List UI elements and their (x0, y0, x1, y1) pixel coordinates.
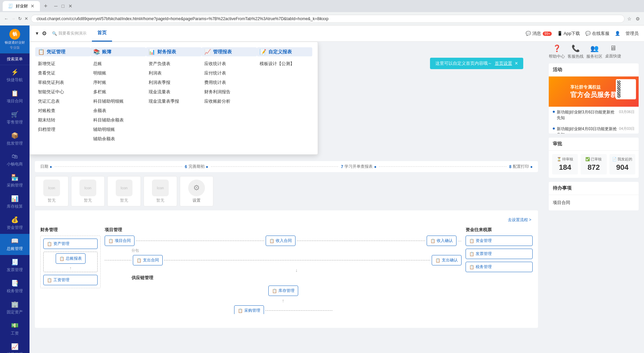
menu-item-fzmxz[interactable]: 辅助明细账 (93, 125, 143, 134)
flow-node-capital-mgmt[interactable]: 📋 资金管理 (466, 236, 533, 246)
menu-item-mxz[interactable]: 明细账 (93, 68, 143, 78)
flow-node-project-contract[interactable]: 📋 项目合同 (105, 236, 135, 246)
flow-diagram: 去设置流程 > 财务管理 📋 资产管理 (35, 210, 538, 328)
settings-icon-top[interactable]: ⚙ (42, 30, 47, 37)
flow-node-income-contract[interactable]: 📋 收入合同 (266, 236, 296, 246)
flow-node-inventory[interactable]: 📋 库存管理 (268, 286, 298, 296)
nav-tab-home[interactable]: 首页 (92, 26, 112, 42)
sidebar-item-kucun[interactable]: 📊库存核算 (0, 192, 30, 213)
right-link-desktop[interactable]: 🖥 桌面快捷 (605, 44, 621, 59)
sidebar-search[interactable]: 搜索菜单 (0, 54, 30, 65)
sidebar-item-kuaijie[interactable]: ⚡快捷导航 (0, 65, 30, 86)
sidebar-item-fapiao[interactable]: 🧾发票管理 (0, 255, 30, 276)
menu-item-cwlrbg[interactable]: 财务利润报告 (204, 87, 254, 97)
back-icon[interactable]: ← (4, 16, 8, 21)
approval-pending-count: 184 (555, 163, 575, 172)
sidebar-item-caigou[interactable]: 🏪采购管理 (0, 170, 30, 192)
messages-button[interactable]: 💬 消息 99+ (526, 31, 552, 37)
menu-section-glbb: 📈 管理报表 应收统计表 应付统计表 费用统计表 财务利润报告 应收账龄分析 (202, 47, 257, 144)
menu-item-ckpz[interactable]: 查看凭证 (38, 68, 88, 78)
icon-cell-1[interactable]: Icon 暂无 (35, 176, 68, 206)
maximize-icon[interactable]: □ (61, 3, 64, 9)
customize-link-1[interactable]: 首页设置 (495, 60, 512, 66)
icon-cell-3[interactable]: Icon 暂无 (107, 176, 141, 206)
sidebar-item-pifa[interactable]: 📦批发管理 (0, 129, 30, 150)
menu-item-kmfzmxz[interactable]: 科目辅助明细账 (93, 97, 143, 106)
flow-node-tax-mgmt[interactable]: 📋 税务管理 (466, 262, 533, 272)
menu-item-qmjz[interactable]: 期末结转 (38, 115, 88, 125)
sidebar-item-zijin[interactable]: 💰资金管理 (0, 213, 30, 234)
right-link-service[interactable]: 📞 客服热线 (568, 44, 584, 59)
icon-cell-settings[interactable]: ⚙ 设置 (180, 176, 213, 206)
forward-icon[interactable]: → (11, 16, 15, 21)
new-tab-button[interactable]: + (41, 2, 50, 10)
menu-item-ystjb[interactable]: 应收统计表 (204, 59, 254, 68)
app-download-button[interactable]: 📱 App下载 (557, 31, 580, 37)
icon-cell-4[interactable]: Icon 暂无 (144, 176, 177, 206)
menu-item-yftjb[interactable]: 应付统计表 (204, 68, 254, 78)
address-input[interactable] (31, 15, 625, 23)
customize-banner[interactable]: 这里可以自定义首页内容哦～ 首页设置 × (430, 58, 523, 69)
approval-initiated[interactable]: 📄 我发起的 904 (609, 154, 635, 174)
sidebar-item-lingshou[interactable]: 🛒零售管理 (0, 107, 30, 129)
tab-close-button[interactable]: ✕ (31, 3, 35, 9)
sidebar-item-zongzhang[interactable]: 📖总账管理 (0, 234, 30, 255)
flow-node-income-confirm[interactable]: 📋 收入确认 (427, 236, 457, 246)
menu-item-fytjb[interactable]: 费用统计表 (204, 78, 254, 87)
menu-item-gdgl[interactable]: 归档管理 (38, 125, 88, 134)
menu-item-ysclfx[interactable]: 应收账龄分析 (204, 97, 254, 106)
refresh-icon[interactable]: ↻ (18, 16, 22, 21)
extension-icon[interactable]: ⚙ (636, 16, 640, 21)
flow-node-asset[interactable]: 📋 资产管理 (43, 239, 98, 249)
income-contract-icon: 📋 (269, 239, 274, 243)
approval-pending[interactable]: ⏳ 待审核 184 (552, 154, 578, 174)
approval-done[interactable]: ✅ 已审核 872 (581, 154, 606, 174)
flow-node-invoice-mgmt[interactable]: 📋 发票管理 (466, 249, 533, 259)
menu-item-lrb[interactable]: 利润表 (149, 68, 199, 78)
bookmark-icon[interactable]: ☆ (627, 16, 632, 21)
sidebar-item-gongzi[interactable]: 💵工资 (0, 318, 30, 340)
menu-item-mbsj[interactable]: 模板设计【公测】 (260, 59, 310, 68)
menu-item-xjllb[interactable]: 现金流量表 (149, 87, 199, 97)
todo-item-xiangmu[interactable]: 项目合同 (553, 198, 635, 207)
delete-icon[interactable]: ✕ (24, 16, 28, 21)
icon-cell-2[interactable]: Icon 暂无 (71, 176, 105, 206)
browser-tab[interactable]: 🧾 好业财 ✕ (3, 1, 40, 11)
sidebar-item-gudingzichan[interactable]: 🏢固定资产 (0, 297, 30, 318)
online-support-button[interactable]: 💬 在线客服 (585, 31, 609, 37)
menu-item-dzjc[interactable]: 对账检查 (38, 106, 88, 115)
menu-item-fzyeb[interactable]: 辅助余额表 (93, 134, 143, 144)
sidebar-item-jingying[interactable]: 📈经营管理 (0, 340, 30, 353)
menu-item-cspz[interactable]: 草稿凭证列表 (38, 78, 88, 87)
promo-banner[interactable]: 享社群专属权益 官方会员服务群 (549, 77, 639, 107)
menu-item-pzhzb[interactable]: 凭证汇总表 (38, 97, 88, 106)
sidebar-item-xiangmu[interactable]: 📋项目合同 (0, 86, 30, 107)
close-window-icon[interactable]: ✕ (68, 3, 72, 9)
menu-item-dlz[interactable]: 多栏账 (93, 87, 143, 97)
menu-item-zcfzb[interactable]: 资产负债表 (149, 59, 199, 68)
menu-item-xjllbjb[interactable]: 现金流量表季报 (149, 97, 199, 106)
flow-node-expense-contract[interactable]: 📋 支出合同 (133, 255, 163, 265)
menu-item-kmfzyeb[interactable]: 科目辅助余额表 (93, 115, 143, 125)
right-link-help[interactable]: ❓ 帮助中心 (549, 44, 565, 59)
menu-item-zz[interactable]: 总账 (93, 59, 143, 68)
menu-item-lrbjb[interactable]: 利润表季报 (149, 78, 199, 87)
menu-section-title-zb: 📚 账簿 (91, 47, 146, 56)
right-link-community[interactable]: 👥 服务社区 (586, 44, 602, 59)
top-search-demo[interactable]: 🔍 我要看实例演示 (52, 31, 87, 36)
company-selector[interactable]: ▼ (35, 31, 39, 36)
flow-node-expense-confirm[interactable]: 📋 支出确认 (432, 255, 462, 265)
minimize-icon[interactable]: ─ (54, 3, 58, 9)
flow-node-purchase[interactable]: 📋 采购管理 (234, 305, 264, 314)
customize-close-button[interactable]: × (515, 60, 518, 66)
user-avatar[interactable]: 👤 (615, 31, 620, 36)
sidebar-item-dianshang[interactable]: 🛍小畅电商 (0, 150, 30, 170)
set-flow-button[interactable]: 去设置流程 > (506, 216, 533, 224)
menu-item-xsz[interactable]: 序时账 (93, 78, 143, 87)
menu-item-xzpz[interactable]: 新增凭证 (38, 59, 88, 68)
flow-node-salary[interactable]: 📋 工资管理 (43, 275, 98, 285)
menu-item-znpz[interactable]: 智能凭证中心 (38, 87, 88, 97)
flow-node-ledger[interactable]: 📋 总账报表 (56, 253, 86, 264)
sidebar-item-shuiwu[interactable]: 📑税务管理 (0, 276, 30, 297)
menu-item-yeb[interactable]: 余额表 (93, 106, 143, 115)
